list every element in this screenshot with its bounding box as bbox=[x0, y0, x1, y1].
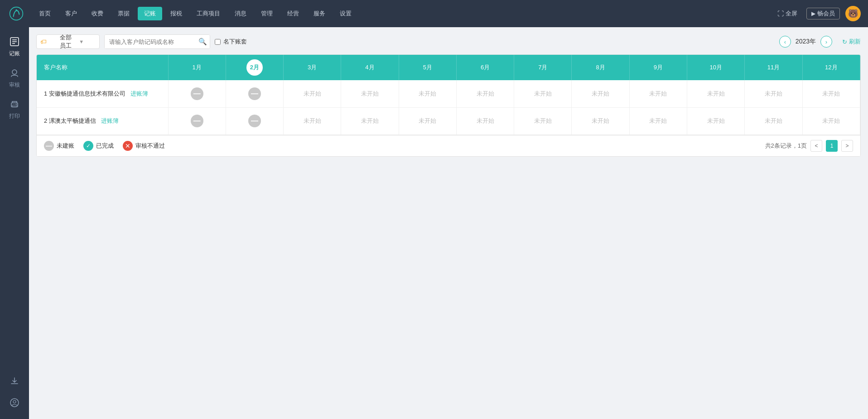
row2-aug: 未开始 bbox=[572, 107, 629, 135]
row1-may: 未开始 bbox=[399, 80, 456, 107]
legend-dot-gray: — bbox=[44, 141, 54, 151]
row1-nov: 未开始 bbox=[745, 80, 802, 107]
nav-fee[interactable]: 收费 bbox=[85, 7, 110, 20]
row2-nov: 未开始 bbox=[745, 107, 802, 135]
nav-client[interactable]: 客户 bbox=[59, 7, 83, 20]
table-row: 2 漯澳太平畅捷通信 进账簿 — — 未开始 未开始 未开始 未开始 未开始 未… bbox=[37, 107, 860, 135]
col-apr: 4月 bbox=[341, 55, 399, 80]
search-input[interactable] bbox=[105, 35, 195, 48]
my-account-text: 名下账套 bbox=[223, 38, 247, 46]
vip-button[interactable]: ▶ 畅会员 bbox=[806, 8, 840, 19]
not-started-label: 未开始 bbox=[707, 90, 725, 97]
table-body: 1 安徽畅捷通信息技术有限公司 进账簿 — — 未开始 未开始 未开始 未开始 … bbox=[37, 80, 860, 135]
not-started-label: 未开始 bbox=[649, 117, 667, 124]
col-sep: 9月 bbox=[629, 55, 687, 80]
row2-dec: 未开始 bbox=[802, 107, 860, 135]
svg-point-0 bbox=[10, 7, 23, 20]
table-footer: — 未建账 ✓ 已完成 ✕ 审核不通过 共2条记录，1页 < 1 > bbox=[37, 135, 860, 156]
enter-link-1[interactable]: 进账簿 bbox=[130, 90, 148, 97]
row1-aug: 未开始 bbox=[572, 80, 629, 107]
not-started-label: 未开始 bbox=[419, 90, 436, 97]
accounting-icon bbox=[8, 35, 21, 48]
nav-home[interactable]: 首页 bbox=[33, 7, 57, 20]
nav-right-area: ⛶ 全屏 ▶ 畅会员 🐻 bbox=[774, 6, 861, 21]
client-cell-2: 2 漯澳太平畅捷通信 进账簿 bbox=[37, 107, 168, 135]
legend-completed: ✓ 已完成 bbox=[83, 141, 114, 151]
prev-year-button[interactable]: ‹ bbox=[779, 36, 791, 48]
table-scroll-area[interactable]: 客户名称 1月 2月 3月 4月 5月 6月 7月 8月 9月 10月 11月 bbox=[37, 55, 860, 135]
nav-tax[interactable]: 报税 bbox=[164, 7, 188, 20]
accounting-table: 客户名称 1月 2月 3月 4月 5月 6月 7月 8月 9月 10月 11月 bbox=[36, 54, 861, 157]
row2-feb: — bbox=[226, 107, 283, 135]
sidebar-item-download[interactable] bbox=[0, 370, 29, 392]
client-cell-1: 1 安徽畅捷通信息技术有限公司 进账簿 bbox=[37, 80, 168, 107]
svg-point-11 bbox=[13, 400, 16, 403]
data-table: 客户名称 1月 2月 3月 4月 5月 6月 7月 8月 9月 10月 11月 bbox=[37, 55, 860, 135]
col-jul: 7月 bbox=[514, 55, 572, 80]
search-button[interactable]: 🔍 bbox=[195, 34, 210, 49]
fullscreen-label: 全屏 bbox=[786, 10, 797, 18]
legend-dot-red: ✕ bbox=[123, 141, 133, 151]
fullscreen-icon: ⛶ bbox=[777, 10, 784, 17]
not-started-label: 未开始 bbox=[592, 117, 609, 124]
refresh-button[interactable]: ↻ 刷新 bbox=[842, 38, 861, 46]
not-started-label: 未开始 bbox=[592, 90, 609, 97]
enter-link-2[interactable]: 进账簿 bbox=[101, 117, 119, 124]
legend-completed-label: 已完成 bbox=[96, 142, 114, 150]
current-month-circle: 2月 bbox=[246, 59, 263, 76]
row2-oct: 未开始 bbox=[687, 107, 745, 135]
col-mar: 3月 bbox=[284, 55, 341, 80]
row2-apr: 未开始 bbox=[341, 107, 399, 135]
nav-manage[interactable]: 管理 bbox=[255, 7, 279, 20]
status-dash-icon: — bbox=[191, 87, 203, 100]
sidebar-item-review[interactable]: 审核 bbox=[0, 62, 29, 93]
not-started-label: 未开始 bbox=[765, 90, 782, 97]
sidebar-item-user-circle[interactable] bbox=[0, 392, 29, 414]
client-index-2: 2 bbox=[44, 117, 49, 124]
row1-jul: 未开始 bbox=[514, 80, 572, 107]
fullscreen-button[interactable]: ⛶ 全屏 bbox=[774, 8, 801, 19]
nav-service[interactable]: 服务 bbox=[307, 7, 332, 20]
not-started-label: 未开始 bbox=[649, 90, 667, 97]
prev-page-button[interactable]: < bbox=[810, 140, 822, 152]
nav-accounting[interactable]: 记账 bbox=[138, 7, 162, 20]
not-started-label: 未开始 bbox=[477, 90, 494, 97]
col-client-name: 客户名称 bbox=[37, 55, 168, 80]
nav-invoice[interactable]: 票据 bbox=[111, 7, 136, 20]
employee-label: 全部员工 bbox=[60, 34, 77, 50]
my-account-label[interactable]: 名下账套 bbox=[215, 38, 247, 46]
not-started-label: 未开始 bbox=[707, 117, 725, 124]
next-page-button[interactable]: > bbox=[841, 140, 853, 152]
row2-may: 未开始 bbox=[399, 107, 456, 135]
refresh-label: 刷新 bbox=[849, 38, 861, 46]
sidebar-label-review: 审核 bbox=[9, 81, 20, 89]
not-started-label: 未开始 bbox=[361, 117, 379, 124]
pagination: 共2条记录，1页 < 1 > bbox=[765, 140, 853, 152]
col-dec: 12月 bbox=[802, 55, 860, 80]
legend-dot-teal: ✓ bbox=[83, 141, 93, 151]
avatar[interactable]: 🐻 bbox=[845, 6, 861, 21]
current-page-button[interactable]: 1 bbox=[826, 140, 838, 152]
col-jan: 1月 bbox=[168, 55, 226, 80]
print-icon bbox=[8, 98, 21, 111]
next-year-button[interactable]: › bbox=[820, 36, 832, 48]
nav-operation[interactable]: 经营 bbox=[281, 7, 305, 20]
nav-business[interactable]: 工商项目 bbox=[190, 7, 227, 20]
employee-select[interactable]: 🏷 全部员工 ▼ bbox=[36, 34, 100, 49]
nav-settings[interactable]: 设置 bbox=[333, 7, 358, 20]
col-aug: 8月 bbox=[572, 55, 629, 80]
nav-menu: 首页 客户 收费 票据 记账 报税 工商项目 消息 管理 经营 服务 设置 bbox=[33, 7, 774, 20]
review-icon bbox=[8, 67, 21, 79]
sidebar-item-print[interactable]: 打印 bbox=[0, 93, 29, 125]
not-started-label: 未开始 bbox=[304, 117, 321, 124]
toolbar: 🏷 全部员工 ▼ 🔍 名下账套 ‹ 2023年 › ↻ 刷新 bbox=[36, 34, 861, 49]
play-icon: ▶ bbox=[811, 10, 815, 17]
my-account-checkbox[interactable] bbox=[215, 39, 221, 45]
row1-oct: 未开始 bbox=[687, 80, 745, 107]
sidebar-item-accounting[interactable]: 记账 bbox=[0, 31, 29, 62]
nav-message[interactable]: 消息 bbox=[228, 7, 253, 20]
top-navigation: 首页 客户 收费 票据 记账 报税 工商项目 消息 管理 经营 服务 设置 ⛶ … bbox=[0, 0, 868, 27]
row1-mar: 未开始 bbox=[284, 80, 341, 107]
app-logo bbox=[7, 5, 25, 23]
status-dash-icon: — bbox=[191, 115, 203, 127]
